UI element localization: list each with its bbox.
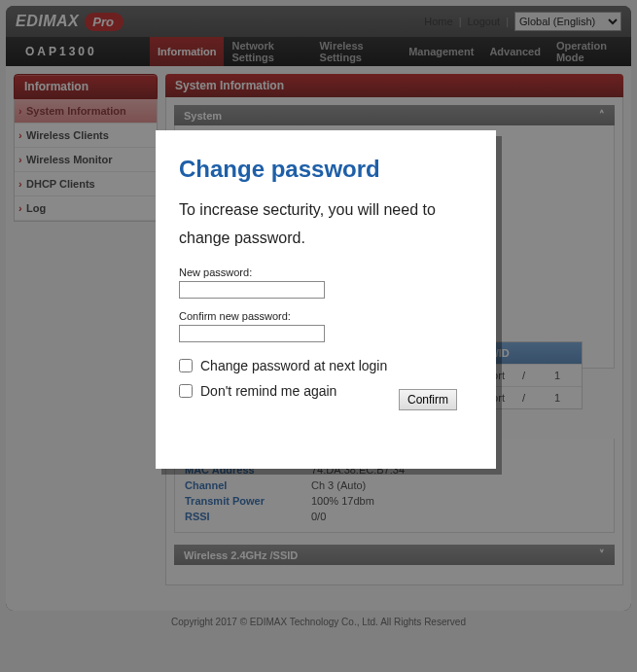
confirm-password-input[interactable] [179,325,325,342]
change-password-modal: Change password To increase secturity, y… [156,130,496,469]
dont-remind-checkbox[interactable] [179,384,193,398]
change-next-login-checkbox[interactable] [179,359,193,372]
new-password-label: New password: [179,266,473,278]
confirm-button[interactable]: Confirm [399,389,457,410]
dont-remind-label: Don't remind me again [200,383,336,399]
confirm-password-label: Confirm new password: [179,310,473,322]
page-root: EDIMAX Pro Home | Logout | Global (Engli… [0,0,637,672]
modal-title: Change password [179,156,473,183]
modal-body-text: To increase secturity, you will need to … [179,196,473,253]
change-next-login-label: Change password at next login [200,358,387,373]
new-password-input[interactable] [179,281,325,299]
change-next-login-row[interactable]: Change password at next login [179,358,473,373]
